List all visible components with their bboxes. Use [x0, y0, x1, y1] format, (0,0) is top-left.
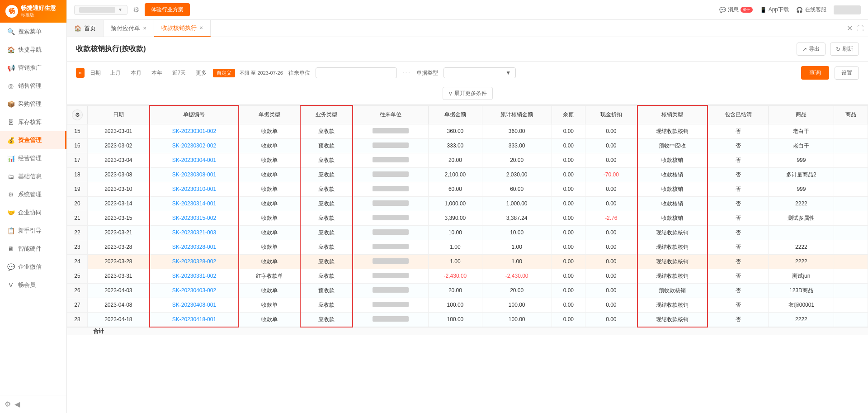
table-row: 20 2023-03-14 SK-20230314-001 收款单 应收款 1,… — [67, 196, 868, 211]
tab-collection[interactable]: 收款核销执行 ✕ — [154, 20, 211, 37]
main-area: ▼ ⚙ 体验行业方案 💬 消息 99+ 📱 App下载 🎧 在线客服 🏠 — [67, 0, 868, 413]
bill-no-link[interactable]: SK-20230302-002 — [172, 142, 216, 149]
td-verify-type: 现结收款核销 — [637, 225, 708, 240]
th-bill-type: 单据类型 — [239, 105, 300, 124]
filter-toggle-btn[interactable]: » — [76, 68, 85, 78]
td-verify-type: 现结收款核销 — [637, 254, 708, 269]
td-amount: -2,430.00 — [429, 269, 482, 283]
td-partner — [353, 124, 429, 138]
date-prev-month-btn[interactable]: 上月 — [106, 68, 124, 78]
sidebar-item-system[interactable]: ⚙ 系统管理 — [0, 185, 66, 204]
industry-solution-button[interactable]: 体验行业方案 — [145, 3, 190, 16]
td-balance: 0.00 — [552, 298, 585, 312]
export-button[interactable]: ↗ 导出 — [797, 43, 826, 56]
td-goods1: 2222 — [769, 254, 834, 269]
td-included: 否 — [708, 254, 769, 269]
expand-filter-btn[interactable]: ∨ 展开更多条件 — [443, 87, 493, 100]
td-included: 否 — [708, 269, 769, 283]
maximize-icon[interactable]: ⛶ — [857, 25, 863, 32]
tab-home[interactable]: 🏠 首页 — [67, 20, 104, 37]
td-cash-discount: -70.00 — [585, 167, 637, 182]
sidebar-item-wechat[interactable]: 💬 企业微信 — [0, 258, 66, 276]
sidebar-item-label-operation: 经营管理 — [18, 154, 42, 162]
tab-prepay-close[interactable]: ✕ — [143, 26, 146, 31]
bill-no-link[interactable]: SK-20230301-002 — [172, 128, 216, 134]
bill-no-link[interactable]: SK-20230403-002 — [172, 287, 216, 294]
td-sn: 25 — [67, 269, 88, 283]
sidebar-item-finance[interactable]: 💰 资金管理 — [0, 131, 66, 149]
tab-prepay[interactable]: 预付应付单 ✕ — [104, 20, 154, 37]
bill-no-link[interactable]: SK-20230321-003 — [172, 229, 216, 236]
gear-icon[interactable]: ⚙ — [133, 5, 139, 14]
td-total-verify: 10.00 — [482, 225, 552, 240]
sidebar-item-corp[interactable]: 🤝 企业协同 — [0, 204, 66, 222]
td-bill-no: SK-20230403-002 — [150, 283, 239, 298]
sidebar-item-marketing[interactable]: 📢 营销推广 — [0, 59, 66, 77]
table-footer: 合计 — [67, 327, 868, 335]
th-verify-type: 核销类型 — [637, 105, 708, 124]
td-partner — [353, 138, 429, 153]
bill-no-link[interactable]: SK-20230331-002 — [172, 273, 216, 279]
td-sn: 28 — [67, 312, 88, 327]
corp-icon: 🤝 — [7, 209, 14, 216]
td-verify-type: 现结收款核销 — [637, 312, 708, 327]
sidebar-item-base[interactable]: 🗂 基础信息 — [0, 167, 66, 185]
date-curr-year-btn[interactable]: 本年 — [148, 68, 166, 78]
bill-no-link[interactable]: SK-20230310-001 — [172, 186, 216, 192]
td-goods2 — [834, 211, 868, 225]
date-7days-btn[interactable]: 近7天 — [169, 68, 190, 78]
td-goods1: 2222 — [769, 196, 834, 211]
refresh-button[interactable]: ↻ 刷新 — [830, 43, 859, 56]
sidebar-item-label-wechat: 企业微信 — [18, 263, 42, 271]
app-download-button[interactable]: 📱 App下载 — [760, 6, 789, 14]
sidebar-item-operation[interactable]: 📊 经营管理 — [0, 149, 66, 167]
date-curr-month-btn[interactable]: 本月 — [127, 68, 145, 78]
td-balance: 0.00 — [552, 269, 585, 283]
bill-no-link[interactable]: SK-20230304-001 — [172, 157, 216, 163]
sidebar-item-inventory[interactable]: 🗄 库存核算 — [0, 113, 66, 131]
bill-no-link[interactable]: SK-20230328-001 — [172, 244, 216, 250]
sidebar-item-sales[interactable]: ◎ 销售管理 — [0, 77, 66, 95]
td-amount: 360.00 — [429, 124, 482, 138]
hardware-icon: 🖥 — [7, 245, 14, 252]
bill-type-filter-label: 单据类型 — [416, 69, 438, 77]
sidebar-item-guide[interactable]: 📋 新手引导 — [0, 222, 66, 240]
td-cash-discount: 0.00 — [585, 225, 637, 240]
blurred-partner — [373, 142, 409, 148]
sidebar-item-label-search: 搜索菜单 — [18, 28, 42, 36]
close-window-icon[interactable]: ✕ — [847, 24, 853, 33]
bill-no-link[interactable]: SK-20230408-001 — [172, 302, 216, 308]
tab-collection-close[interactable]: ✕ — [199, 25, 203, 30]
td-included: 否 — [708, 196, 769, 211]
bill-no-link[interactable]: SK-20230315-002 — [172, 215, 216, 221]
table-row: 24 2023-03-28 SK-20230328-002 收款单 应收款 1.… — [67, 254, 868, 269]
partner-filter-input[interactable] — [316, 67, 397, 78]
online-service-button[interactable]: 🎧 在线客服 — [796, 6, 826, 14]
sidebar-item-member[interactable]: V 畅会员 — [0, 276, 66, 294]
td-included: 否 — [708, 312, 769, 327]
td-balance: 0.00 — [552, 153, 585, 167]
sidebar-item-hardware[interactable]: 🖥 智能硬件 — [0, 240, 66, 258]
query-button[interactable]: 查询 — [801, 66, 829, 80]
column-settings-btn[interactable]: ⚙ — [72, 109, 83, 120]
bill-type-select[interactable]: ▼ — [443, 67, 516, 78]
bill-no-link[interactable]: SK-20230314-001 — [172, 200, 216, 207]
collapse-icon[interactable]: ◀ — [14, 400, 20, 408]
sidebar-item-purchase[interactable]: 📦 采购管理 — [0, 95, 66, 113]
date-more-btn[interactable]: 更多 — [192, 68, 210, 78]
messages-button[interactable]: 💬 消息 99+ — [719, 6, 753, 14]
top-header: ▼ ⚙ 体验行业方案 💬 消息 99+ 📱 App下载 🎧 在线客服 — [67, 0, 868, 20]
date-custom-btn[interactable]: 自定义 — [213, 69, 235, 77]
bill-no-link[interactable]: SK-20230308-001 — [172, 171, 216, 178]
sidebar-item-search[interactable]: 🔍 搜索菜单 — [0, 23, 66, 41]
td-total-verify: 360.00 — [482, 124, 552, 138]
sidebar-item-quicknav[interactable]: 🏠 快捷导航 — [0, 41, 66, 59]
bill-no-link[interactable]: SK-20230328-002 — [172, 258, 216, 265]
th-included: 包含已结清 — [708, 105, 769, 124]
td-bill-no: SK-20230321-003 — [150, 225, 239, 240]
bill-no-link[interactable]: SK-20230418-001 — [172, 316, 216, 323]
table-settings-button[interactable]: 设置 — [835, 66, 859, 80]
blurred-partner — [373, 244, 409, 249]
company-selector[interactable]: ▼ — [74, 5, 127, 15]
settings-icon[interactable]: ⚙ — [5, 400, 11, 408]
